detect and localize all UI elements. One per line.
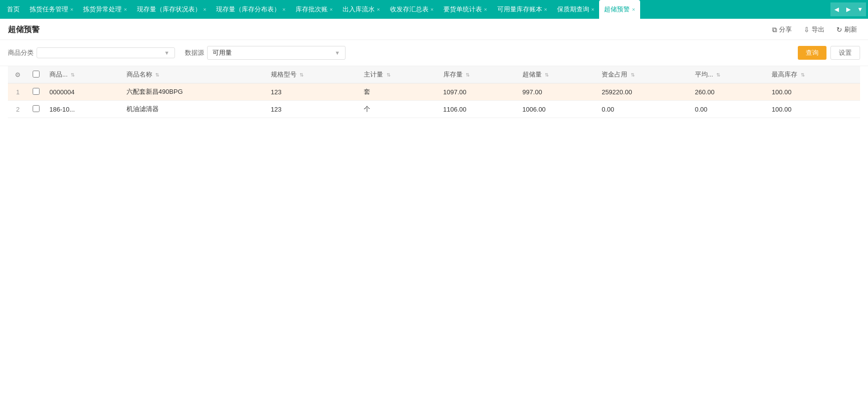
nav-close-6[interactable]: × — [377, 6, 380, 12]
col-gear: ⚙ — [8, 66, 28, 83]
query-button[interactable]: 查询 — [798, 46, 826, 60]
nav-item-11[interactable]: 超储预警 × — [599, 0, 640, 19]
col-unit[interactable]: 主计量 ⇅ — [359, 66, 438, 83]
col-spec-label: 规格型号 — [271, 71, 297, 78]
top-nav: 首页 拣货任务管理 × 拣货异常处理 × 现存量（库存状况表） × 现存量（库存… — [0, 0, 868, 19]
col-overstock[interactable]: 超储量 ⇅ — [518, 66, 597, 83]
row-checkbox-0[interactable] — [33, 88, 40, 95]
nav-item-6[interactable]: 出入库流水 × — [338, 0, 385, 19]
category-label: 商品分类 — [8, 48, 34, 57]
spec-0: 123 — [266, 83, 359, 101]
nav-item-7[interactable]: 收发存汇总表 × — [385, 0, 438, 19]
export-button[interactable]: ⇩ 导出 — [801, 24, 827, 36]
nav-close-8[interactable]: × — [484, 6, 487, 12]
col-capital[interactable]: 资金占用 ⇅ — [597, 66, 690, 83]
share-button[interactable]: ⧉ 分享 — [769, 24, 795, 36]
capital-0: 259220.00 — [597, 83, 690, 101]
max-stock-0: 100.00 — [767, 83, 860, 101]
datasource-dropdown-icon: ▼ — [335, 50, 340, 56]
sort-icon-avg: ⇅ — [716, 72, 720, 78]
page-header: 超储预警 ⧉ 分享 ⇩ 导出 ↻ 刷新 — [0, 19, 868, 40]
sort-icon-stock: ⇅ — [466, 72, 470, 78]
nav-item-3[interactable]: 现存量（库存状况表） × — [132, 0, 211, 19]
col-spec[interactable]: 规格型号 ⇅ — [266, 66, 359, 83]
nav-label-11: 超储预警 — [604, 5, 630, 14]
page-title: 超储预警 — [8, 25, 40, 35]
header-actions: ⧉ 分享 ⇩ 导出 ↻ 刷新 — [769, 24, 860, 36]
overstock-1: 1006.00 — [518, 101, 597, 118]
col-max-stock-label: 最高库存 — [772, 71, 797, 78]
nav-close-11[interactable]: × — [632, 6, 635, 12]
nav-close-1[interactable]: × — [70, 6, 73, 12]
nav-item-2[interactable]: 拣货异常处理 × — [78, 0, 131, 19]
sort-icon-overstock: ⇅ — [545, 72, 549, 78]
table-row: 2 186-10... 机油滤清器 123 个 1106.00 1006.00 … — [8, 101, 860, 118]
nav-item-1[interactable]: 拣货任务管理 × — [25, 0, 78, 19]
share-icon: ⧉ — [772, 26, 777, 34]
nav-label-5: 库存批次账 — [296, 5, 328, 14]
table-header-row: ⚙ 商品... ⇅ 商品名称 ⇅ 规格型号 ⇅ 主计量 — [8, 66, 860, 83]
product-name-1: 机油滤清器 — [122, 101, 266, 118]
nav-close-2[interactable]: × — [124, 6, 127, 12]
refresh-button[interactable]: ↻ 刷新 — [833, 24, 860, 36]
nav-label-6: 出入库流水 — [343, 5, 375, 14]
nav-close-9[interactable]: × — [544, 6, 547, 12]
row-checkbox-1[interactable] — [33, 105, 40, 112]
nav-label-8: 要货单统计表 — [443, 5, 482, 14]
settings-button[interactable]: 设置 — [830, 46, 860, 60]
gear-icon[interactable]: ⚙ — [15, 71, 21, 79]
category-select[interactable]: ▼ — [37, 47, 175, 58]
datasource-filter-group: 数据源 可用量 ▼ — [185, 46, 346, 60]
select-all-checkbox[interactable] — [33, 71, 40, 78]
nav-prev-button[interactable]: ◀ — [830, 2, 842, 16]
sort-icon-spec: ⇅ — [300, 72, 304, 78]
nav-next-button[interactable]: ▶ — [842, 2, 854, 16]
export-label: 导出 — [812, 25, 825, 34]
overstock-0: 997.00 — [518, 83, 597, 101]
nav-close-7[interactable]: × — [431, 6, 434, 12]
nav-close-5[interactable]: × — [330, 6, 333, 12]
row-num-0: 1 — [8, 83, 28, 101]
avg-1: 0.00 — [690, 101, 767, 118]
avg-0: 260.00 — [690, 83, 767, 101]
nav-close-10[interactable]: × — [591, 6, 594, 12]
sort-icon-unit: ⇅ — [387, 72, 391, 78]
main-table: ⚙ 商品... ⇅ 商品名称 ⇅ 规格型号 ⇅ 主计量 — [8, 66, 860, 118]
datasource-select[interactable]: 可用量 ▼ — [207, 46, 346, 60]
nav-item-home[interactable]: 首页 — [2, 0, 25, 19]
row-num-1: 2 — [8, 101, 28, 118]
col-avg[interactable]: 平均... ⇅ — [690, 66, 767, 83]
col-product-name-label: 商品名称 — [127, 71, 152, 78]
nav-label-2: 拣货异常处理 — [83, 5, 122, 14]
col-checkbox-header — [28, 66, 44, 83]
nav-item-10[interactable]: 保质期查询 × — [552, 0, 599, 19]
nav-close-4[interactable]: × — [282, 6, 285, 12]
capital-1: 0.00 — [597, 101, 690, 118]
stock-0: 1097.00 — [438, 83, 518, 101]
nav-label-3: 现存量（库存状况表） — [137, 5, 201, 14]
col-stock[interactable]: 库存量 ⇅ — [438, 66, 518, 83]
col-unit-label: 主计量 — [364, 71, 383, 78]
sort-icon-capital: ⇅ — [631, 72, 635, 78]
nav-label-9: 可用量库存账本 — [497, 5, 542, 14]
sort-icon-code: ⇅ — [71, 72, 75, 78]
nav-item-9[interactable]: 可用量库存账本 × — [492, 0, 552, 19]
nav-label-4: 现存量（库存分布表） — [216, 5, 280, 14]
nav-label-1: 拣货任务管理 — [30, 5, 68, 14]
col-product-name[interactable]: 商品名称 ⇅ — [122, 66, 266, 83]
col-stock-label: 库存量 — [443, 71, 463, 78]
nav-item-8[interactable]: 要货单统计表 × — [438, 0, 492, 19]
nav-close-3[interactable]: × — [203, 6, 206, 12]
table-row: 1 0000004 六配套新昌490BPG 123 套 1097.00 997.… — [8, 83, 860, 101]
nav-item-4[interactable]: 现存量（库存分布表） × — [211, 0, 290, 19]
category-filter-group: 商品分类 ▼ — [8, 47, 175, 58]
product-name-0: 六配套新昌490BPG — [122, 83, 266, 101]
nav-item-5[interactable]: 库存批次账 × — [291, 0, 338, 19]
col-overstock-label: 超储量 — [522, 71, 542, 78]
col-product-code[interactable]: 商品... ⇅ — [44, 66, 122, 83]
nav-label-10: 保质期查询 — [557, 5, 589, 14]
nav-more-button[interactable]: ▼ — [854, 2, 866, 16]
col-max-stock[interactable]: 最高库存 ⇅ — [767, 66, 860, 83]
spec-1: 123 — [266, 101, 359, 118]
export-icon: ⇩ — [804, 26, 810, 34]
